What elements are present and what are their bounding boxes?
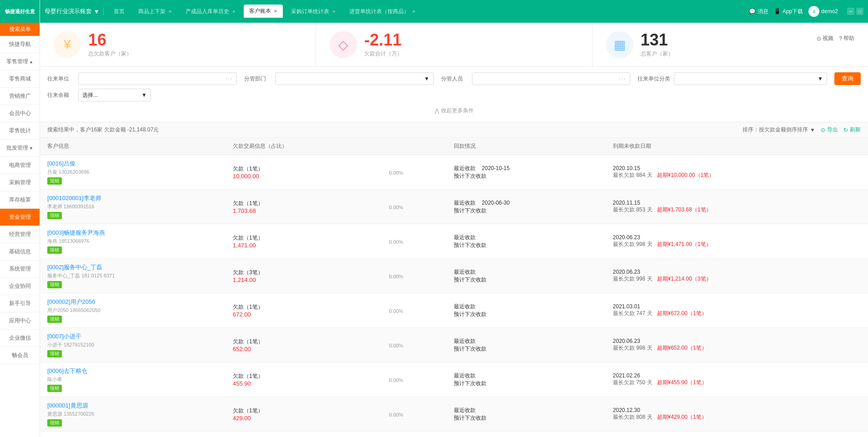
table-row: [0003]畅捷服务尹海燕 海燕 18513066976 现销 欠款（1笔） 1… [40, 224, 868, 259]
overdue-link-5[interactable]: 超期¥652.00（1笔） [657, 345, 707, 351]
tab-inbound-stats-close[interactable]: ✕ [412, 9, 416, 14]
total-customers-label: 总客户（家） [641, 50, 673, 58]
cell-debt-info-0: 欠款（1笔） 10,000.00 [226, 155, 381, 190]
cell-debt-pct-2: 0.00% [381, 224, 447, 259]
debt-amount-0[interactable]: 10,000.00 [233, 173, 374, 180]
app-download-btn[interactable]: 📱 App下载 [774, 8, 803, 15]
message-icon: 💬 [749, 8, 756, 15]
filter-balance-select[interactable]: 选择... ▼ [78, 89, 151, 101]
customer-name-7[interactable]: [000001]黄思源 [47, 402, 88, 409]
sidebar-item-guide[interactable]: 新手引导 [0, 295, 40, 312]
overdue-link-7[interactable]: 超期¥429.00（1笔） [657, 414, 707, 420]
customer-name-1[interactable]: [0001020001]李老师 [47, 195, 101, 201]
maximize-btn[interactable]: □ [856, 8, 863, 15]
next-payment-1: 预计下次收款 [454, 207, 598, 215]
filter-dept-select[interactable]: ▼ [275, 72, 434, 85]
tab-inventory-history[interactable]: 产成品入库单历史 ✕ [180, 5, 241, 18]
tab-customer-account-label: 客户账本 [249, 7, 271, 15]
tab-home[interactable]: 首页 [108, 5, 130, 18]
suite-selector[interactable]: 母婴行业演示账套 ▼ [45, 7, 104, 15]
overdue-link-1[interactable]: 超期¥1,703.68（1笔） [657, 206, 712, 213]
refresh-btn[interactable]: ↻ 刷新 [843, 126, 861, 134]
sidebar-item-marketing[interactable]: 营销推广 [0, 88, 40, 105]
stat-card-debt-customers: ¥ 16 总欠款客户（家） [40, 23, 316, 66]
video-btn[interactable]: ⊙视频 [817, 35, 833, 42]
tab-purchase-stats-close[interactable]: ✕ [332, 9, 336, 14]
sidebar-item-wechat[interactable]: 企业微信 [0, 330, 40, 347]
next-payment-0: 预计下次收款 [454, 172, 598, 180]
customer-name-5[interactable]: [0007]小进干 [47, 333, 81, 340]
overdue-link-6[interactable]: 超期¥455.90（1笔） [657, 379, 707, 386]
sidebar-item-retail-mgmt[interactable]: 零售管理 ▲ [0, 53, 40, 70]
sidebar-item-member[interactable]: 会员中心 [0, 105, 40, 122]
customer-tag-2: 现销 [47, 246, 62, 254]
filter-unit-input[interactable]: ··· [78, 72, 237, 85]
due-date-7: 2020.12.30 [613, 407, 861, 413]
overdue-link-0[interactable]: 超期¥10,000.00（1笔） [657, 172, 715, 178]
cell-repayment-4: 最近收款 预计下次收款 [447, 293, 606, 328]
cell-repayment-7: 最近收款 预计下次收款 [447, 397, 606, 432]
sidebar-item-inventory[interactable]: 库存核算 [0, 191, 40, 209]
message-btn[interactable]: 💬 消息 [749, 8, 768, 15]
search-menu-btn[interactable]: 搜索菜单 [0, 23, 40, 36]
cell-debt-info-2: 欠款（1笔） 1,471.00 [226, 224, 381, 259]
cell-debt-info-4: 欠款（1笔） 672.00 [226, 293, 381, 328]
sidebar-item-retail-stats[interactable]: 零售统计 [0, 122, 40, 140]
sidebar-item-finance[interactable]: 资金管理 [0, 209, 40, 226]
export-btn[interactable]: ⊙ 导出 [821, 126, 838, 134]
customer-name-6[interactable]: [0006]去下粮仓 [47, 367, 87, 374]
tab-inventory-history-close[interactable]: ✕ [232, 9, 236, 14]
sidebar-item-member2[interactable]: 畅会员 [0, 347, 40, 364]
tab-customer-account[interactable]: 客户账本 ✕ [244, 5, 283, 19]
sidebar-item-operations[interactable]: 经营管理 [0, 226, 40, 243]
search-button[interactable]: 查询 [834, 72, 861, 85]
customer-contact-4: 用户2050 18665062050 [47, 307, 218, 314]
debt-count-5: 欠款（1笔） [233, 338, 374, 346]
sidebar-item-system[interactable]: 系统管理 [0, 261, 40, 278]
tab-product-listing[interactable]: 商品上下架 ✕ [133, 5, 177, 18]
debt-amount-2[interactable]: 1,471.00 [233, 242, 374, 249]
export-icon: ⊙ [821, 127, 825, 133]
overdue-link-2[interactable]: 超期¥1,471.00（1笔） [657, 241, 712, 247]
sidebar-item-retail-mall[interactable]: 零售商城 [0, 70, 40, 88]
filter-person-label: 分管人员 [441, 75, 468, 83]
customer-name-3[interactable]: [0002]服务中心_丁磊 [47, 264, 102, 271]
tab-inbound-stats[interactable]: 进货单统计表（按商品） ✕ [344, 5, 421, 18]
debt-amount-3[interactable]: 1,214.00 [233, 276, 374, 283]
tab-customer-account-close[interactable]: ✕ [274, 9, 277, 14]
debt-amount-6[interactable]: 455.90 [233, 380, 374, 387]
results-actions: 排序：按欠款金额倒序排序 ▼ ⊙ 导出 ↻ 刷新 [743, 126, 861, 134]
filter-person-input[interactable]: ··· [472, 72, 631, 85]
filter-category-select[interactable]: ▼ [674, 72, 827, 85]
cell-debt-pct-7: 0.00% [381, 397, 447, 432]
help-btn[interactable]: ?帮助 [839, 35, 854, 42]
sidebar-item-ecommerce[interactable]: 电商管理 [0, 157, 40, 174]
overdue-link-4[interactable]: 超期¥672.00（1笔） [657, 310, 707, 316]
sidebar-item-wholesale[interactable]: 批发管理 ▼ [0, 140, 40, 157]
debt-amount-5[interactable]: 652.00 [233, 346, 374, 352]
next-payment-7: 预计下次收款 [454, 414, 598, 422]
overdue-link-3[interactable]: 超期¥1,214.00（3笔） [657, 276, 712, 282]
customer-name-2[interactable]: [0003]畅捷服务尹海燕 [47, 229, 105, 236]
cell-customer-info-3: [0002]服务中心_丁磊 服务中心_丁磊 181 0125 8371 现销 [40, 259, 226, 293]
sidebar-item-collab[interactable]: 企业协同 [0, 278, 40, 295]
minimize-btn[interactable]: ─ [847, 8, 854, 15]
debt-amount-4[interactable]: 672.00 [233, 311, 374, 318]
user-profile-btn[interactable]: d demo2 [808, 6, 838, 17]
sidebar-item-basic-info[interactable]: 基础信息 [0, 243, 40, 261]
tab-purchase-stats[interactable]: 采购订单统计表 ✕ [286, 5, 341, 18]
sort-selector[interactable]: 排序：按欠款金额倒序排序 ▼ [743, 126, 815, 134]
customer-name-0[interactable]: [0016]吕俊 [47, 160, 75, 167]
stat-actions: ⊙视频 ?帮助 [817, 31, 854, 42]
cell-debt-info-7: 欠款（1笔） 429.00 [226, 397, 381, 432]
cell-customer-info-7: [000001]黄思源 黄思源 13552700226 现销 [40, 397, 226, 432]
sidebar-item-apps[interactable]: 应用中心 [0, 312, 40, 330]
customer-name-4[interactable]: [000002]用户2050 [47, 298, 95, 305]
collapse-filters-btn[interactable]: ⋀ 收起更多条件 [47, 105, 861, 116]
tab-product-listing-close[interactable]: ✕ [168, 9, 172, 14]
debt-amount-1[interactable]: 1,703.68 [233, 207, 374, 214]
sidebar-item-quick-nav[interactable]: 快捷导航 [0, 36, 40, 53]
sidebar-item-purchase[interactable]: 采购管理 [0, 174, 40, 191]
results-area: 搜索结果中，客户16家 欠款金额 -21,148.07元 排序：按欠款金额倒序排… [40, 122, 868, 437]
debt-amount-7[interactable]: 429.00 [233, 415, 374, 422]
